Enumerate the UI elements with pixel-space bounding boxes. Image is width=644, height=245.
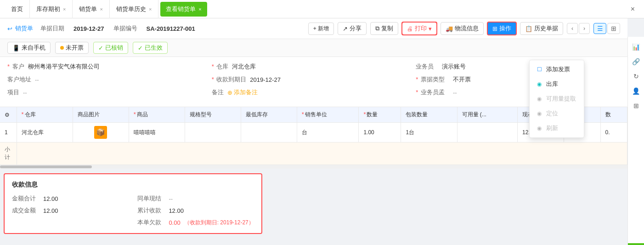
from-phone-btn[interactable]: 📱 来自手机 xyxy=(7,42,51,54)
due-date-field: * 收款到期日 2019-12-27 xyxy=(212,75,416,84)
logistics-button[interactable]: 🚚 物流信息 xyxy=(441,22,484,35)
dropdown-add-invoice[interactable]: ☐ 添加发票 xyxy=(530,62,584,77)
close-view-sales[interactable]: × xyxy=(198,6,201,12)
scroll-bar[interactable] xyxy=(0,165,627,169)
print-icon: 🖨 xyxy=(407,25,413,32)
tab-home[interactable]: 首页 xyxy=(5,0,30,18)
tab-view-sales[interactable]: 查看销货单 × xyxy=(160,2,207,17)
due-date-value: 2019-12-27 xyxy=(250,76,281,83)
payment-title: 收款信息 xyxy=(12,181,254,189)
note-field: 备注 ⊕ 添加备注 xyxy=(212,88,416,97)
share-icon: ↗ xyxy=(343,25,348,32)
th-product-img: 商品图片 xyxy=(73,107,129,123)
phone-icon: 📱 xyxy=(12,45,20,51)
deal-amount-row: 成交金额 12.00 xyxy=(12,206,128,215)
th-qty: *数量 xyxy=(359,107,401,123)
th-min-stock: 最低库存 xyxy=(241,107,297,123)
doc-icon: ↩ xyxy=(7,25,12,32)
td-unit: 台 xyxy=(297,123,359,142)
product-thumbnail: 📦 xyxy=(94,126,107,139)
dropdown-available-qty: ◉ 可用量提取 xyxy=(530,91,584,106)
view-btns: ☰ ⊞ xyxy=(593,23,620,34)
note-label: 备注 xyxy=(212,88,224,97)
td-qty: 1.00 xyxy=(359,123,401,142)
th-settings[interactable]: ⚙ xyxy=(0,107,17,123)
doc-title: ↩ 销货单 xyxy=(7,24,33,33)
operate-button[interactable]: ⊞ 操作 xyxy=(487,22,516,35)
list-view-btn[interactable]: ☰ xyxy=(593,23,606,34)
th-warehouse: *仓库 xyxy=(17,107,73,123)
sidebar-user-icon[interactable]: 👤 xyxy=(630,85,643,97)
sidebar-chart-icon[interactable]: 📊 xyxy=(630,40,643,53)
tab-sales-order[interactable]: 销货单 × xyxy=(73,0,109,18)
content-area: ↩ 销货单 单据日期 2019-12-27 单据编号 SA-20191227-0… xyxy=(0,18,644,245)
operate-icon: ⊞ xyxy=(492,25,497,32)
tab-sales-history[interactable]: 销货单历史 × xyxy=(110,0,158,18)
warehouse-label: * 仓库 xyxy=(212,63,229,71)
td-min-stock xyxy=(241,123,297,142)
sidebar-link-icon[interactable]: 🔗 xyxy=(630,55,643,68)
confirmed-btn[interactable]: ✓ 已核销 xyxy=(93,42,128,54)
dropdown-outbound[interactable]: ◉ 出库 xyxy=(530,77,584,91)
payment-grid: 金额合计 12.00 同单现结 -- 成交金额 12.00 累计收款 12.00 xyxy=(12,194,254,227)
share-button[interactable]: ↗ 分享 xyxy=(338,22,367,35)
tab-inventory-init[interactable]: 库存期初 × xyxy=(30,0,73,18)
sidebar-grid-icon[interactable]: ⊞ xyxy=(630,99,643,112)
refresh-icon: ◉ xyxy=(536,125,542,131)
warehouse-field: * 仓库 河北仓库 xyxy=(212,63,416,71)
right-sidebar: 📊 🔗 ↻ 👤 ⊞ ⛶ xyxy=(627,37,644,245)
project-field: 项目 -- xyxy=(7,88,212,97)
td-product: 嘻嘻嘻嘻 xyxy=(129,123,185,142)
effective-btn[interactable]: ✓ 已生效 xyxy=(133,42,168,54)
history-button[interactable]: 📋 历史单据 xyxy=(520,22,563,35)
print-dropdown-arrow: ▾ xyxy=(429,25,432,32)
th-unit: *销售单位 xyxy=(297,107,359,123)
outbound-icon: ◉ xyxy=(536,81,542,87)
customer-field: * 客户 柳州粤港平安气体有限公司 xyxy=(7,63,212,71)
copy-icon: ⧉ xyxy=(375,25,379,32)
deal-amount-value: 12.00 xyxy=(43,207,58,214)
close-sales-history[interactable]: × xyxy=(149,6,152,12)
biz-staff-label: * 业务员孟 xyxy=(416,88,445,97)
subtotal-empty xyxy=(17,142,627,165)
doc-actions: + 新增 ↗ 分享 ⧉ 复制 🖨 打印 ▾ 🚚 物流信息 xyxy=(308,22,620,35)
scroll-thumb[interactable] xyxy=(0,165,92,168)
same-order-value: -- xyxy=(169,195,173,202)
subtotal-row: 小计 xyxy=(0,142,627,165)
not-open-ticket-btn[interactable]: 未开票 xyxy=(55,42,89,54)
dropdown-refresh: ◉ 刷新 xyxy=(530,121,584,136)
date-value: 2019-12-27 xyxy=(73,25,104,32)
same-order-row: 同单现结 -- xyxy=(137,194,254,203)
next-arrow[interactable]: › xyxy=(579,23,590,34)
ticket-section: * 票据类型 不开票 xyxy=(416,75,620,84)
copy-button[interactable]: ⧉ 复制 xyxy=(370,22,398,35)
td-pack-qty: 1台 xyxy=(401,123,457,142)
sub-toolbar: 📱 来自手机 未开票 ✓ 已核销 ✓ 已生效 xyxy=(0,39,627,57)
th-pack-qty: 包装数量 xyxy=(401,107,457,123)
td-warehouse: 河北仓库 xyxy=(17,123,73,142)
doc-title-text: 销货单 xyxy=(15,24,33,33)
print-button[interactable]: 🖨 打印 ▾ xyxy=(402,22,437,35)
td-available xyxy=(457,123,518,142)
customer-label: * 客户 xyxy=(7,63,24,71)
staff-value: 演示账号 xyxy=(442,63,466,71)
address-value: -- xyxy=(35,76,39,83)
th-amount: 数 xyxy=(600,107,627,123)
subtotal-label: 小计 xyxy=(0,142,17,165)
history-icon: 📋 xyxy=(525,25,532,32)
address-label: 客户地址 xyxy=(7,75,31,84)
tab-bar: 首页 库存期初 × 销货单 × 销货单历史 × 查看销货单 × × xyxy=(0,0,644,18)
sidebar-refresh-icon[interactable]: ↻ xyxy=(630,70,643,83)
sidebar-expand-icon[interactable]: ⛶ xyxy=(628,243,644,245)
date-label: 单据日期 xyxy=(40,24,64,33)
close-sales-order[interactable]: × xyxy=(100,6,102,12)
close-all-tabs[interactable]: × xyxy=(626,5,639,13)
add-button[interactable]: + 新增 xyxy=(308,23,334,35)
add-invoice-icon: ☐ xyxy=(536,66,542,73)
th-spec: 规格型号 xyxy=(185,107,241,123)
prev-arrow[interactable]: ‹ xyxy=(567,23,578,34)
close-inventory-init[interactable]: × xyxy=(63,6,66,12)
add-note-btn[interactable]: ⊕ 添加备注 xyxy=(227,88,258,97)
grid-view-btn[interactable]: ⊞ xyxy=(607,23,620,34)
form-row-2: 客户地址 -- * 收款到期日 2019-12-27 * 票据类型 不开票 xyxy=(7,75,620,84)
